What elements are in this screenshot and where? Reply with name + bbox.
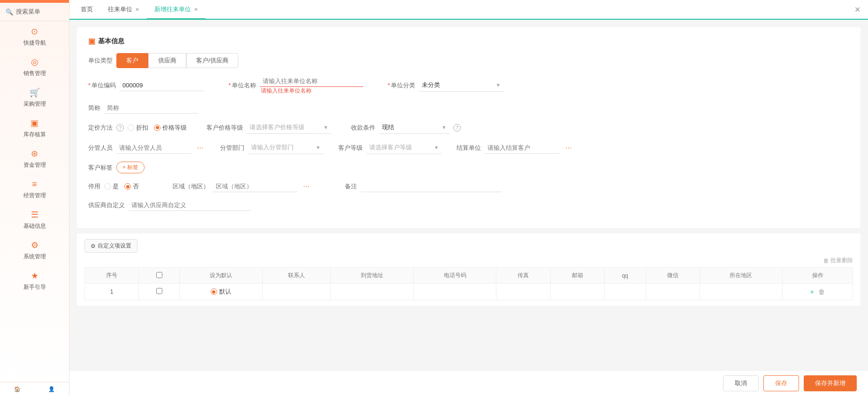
tab-new-counterparty[interactable]: 新增往来单位 ✕	[147, 0, 206, 19]
sidebar-item-sales[interactable]: ◎ 销售管理	[0, 52, 69, 82]
col-address: 到货地址	[331, 268, 414, 284]
basic-icon: ☰	[29, 209, 40, 220]
manager-more-btn[interactable]: ···	[195, 144, 205, 152]
customer-level-dropdown[interactable]: 请选择客户等级 ▼	[366, 141, 442, 154]
pricing-help-icon[interactable]: ?	[116, 124, 124, 132]
manager-input[interactable]	[116, 142, 191, 154]
customer-price-level-dropdown[interactable]: 请选择客户价格等级 ▼	[247, 121, 331, 134]
batch-delete-button[interactable]: 🗑 批量删除	[823, 256, 853, 264]
col-email: 邮箱	[550, 268, 604, 284]
pricing-discount-radio[interactable]	[128, 124, 134, 131]
department-group: 分管部门 请输入分管部门 ▼	[220, 141, 323, 154]
unit-name-input[interactable]	[260, 76, 363, 87]
customer-price-level-label: 客户价格等级	[206, 124, 243, 132]
short-name-group: 简称	[88, 102, 198, 114]
row-fax[interactable]	[496, 284, 550, 300]
supplier-custom-label: 供应商自定义	[88, 201, 125, 210]
sidebar-item-basic[interactable]: ☰ 基础信息	[0, 204, 69, 235]
sidebar-item-purchase[interactable]: 🛒 采购管理	[0, 82, 69, 113]
save-button[interactable]: 保存	[763, 375, 799, 391]
batch-delete-label: 批量删除	[830, 256, 853, 264]
row-email[interactable]	[550, 284, 604, 300]
tab-home[interactable]: 首页	[73, 0, 100, 19]
supplier-custom-input[interactable]	[129, 200, 251, 211]
row-address[interactable]	[331, 284, 414, 300]
manager-label: 分管人员	[88, 144, 113, 152]
row-region[interactable]	[700, 284, 783, 300]
tab-bar-close-btn[interactable]: ✕	[851, 5, 864, 14]
sidebar-item-ops[interactable]: ≡ 经营管理	[0, 174, 69, 204]
settlement-unit-input[interactable]	[485, 142, 560, 154]
department-dropdown[interactable]: 请输入分管部门 ▼	[248, 141, 323, 154]
table-header-row: 序号 设为默认 联系人 到货地址 电话号码 传真 邮箱 qq 微信 所在地区 操…	[85, 268, 853, 284]
payment-terms-dropdown[interactable]: 现结 ▼	[379, 121, 449, 134]
tag-add-button[interactable]: + 标签	[116, 162, 145, 173]
custom-settings-label: 自定义项设置	[98, 242, 131, 250]
sidebar-item-finance[interactable]: ⊛ 资金管理	[0, 143, 69, 174]
unit-type-row: 单位类型 客户 供应商 客户/供应商	[88, 53, 849, 68]
sidebar-label-basic: 基础信息	[23, 222, 46, 230]
tab-counterparty-close[interactable]: ✕	[135, 7, 139, 13]
customer-level-group: 客户等级 请选择客户等级 ▼	[338, 141, 442, 154]
disabled-no-option[interactable]: 否	[124, 182, 139, 191]
row-add-btn[interactable]: +	[809, 288, 815, 295]
customer-level-arrow: ▼	[434, 145, 439, 150]
row-delete-btn[interactable]: 🗑	[817, 288, 826, 295]
cancel-button[interactable]: 取消	[723, 375, 759, 391]
col-fax: 传真	[496, 268, 550, 284]
disabled-yes-option[interactable]: 是	[104, 182, 119, 191]
sidebar-home-btn[interactable]: 🏠	[14, 386, 21, 392]
row-default-radio-circle	[211, 288, 217, 295]
disabled-yes-radio[interactable]	[104, 183, 111, 190]
guide-icon: ★	[29, 270, 40, 281]
ops-icon: ≡	[29, 179, 40, 190]
unit-category-dropdown[interactable]: 未分类 ▼	[419, 79, 503, 92]
row-phone[interactable]	[413, 284, 496, 300]
sidebar-item-inventory[interactable]: ▣ 库存核算	[0, 113, 69, 143]
tab-counterparty[interactable]: 往来单位 ✕	[100, 0, 147, 19]
pricing-discount-option[interactable]: 折扣	[128, 124, 148, 132]
payment-terms-help-icon[interactable]: ?	[453, 124, 461, 132]
sidebar-user-btn[interactable]: 👤	[48, 386, 55, 392]
tab-new-counterparty-close[interactable]: ✕	[194, 7, 198, 13]
pricing-level-option[interactable]: 价格等级	[154, 124, 187, 132]
tags-group: 客户标签 + 标签	[88, 162, 145, 173]
unit-category-label: *单位分类	[388, 81, 415, 90]
region-input[interactable]	[213, 181, 297, 192]
pricing-level-radio[interactable]	[154, 124, 160, 131]
disabled-no-radio[interactable]	[124, 183, 131, 190]
unit-code-input[interactable]	[120, 80, 204, 91]
settlement-unit-more-btn[interactable]: ···	[563, 144, 573, 152]
payment-terms-arrow: ▼	[442, 124, 447, 130]
unit-name-group: *单位名称 请输入往来单位名称	[228, 76, 363, 95]
sidebar-label-quick-nav: 快捷导航	[23, 39, 46, 47]
row-select-checkbox[interactable]	[156, 288, 162, 294]
unit-type-btn-customer[interactable]: 客户	[116, 53, 148, 68]
select-all-checkbox[interactable]	[156, 272, 162, 278]
unit-type-btn-supplier[interactable]: 供应商	[148, 53, 186, 68]
remark-input[interactable]	[361, 181, 502, 192]
row-wechat[interactable]	[646, 284, 700, 300]
custom-settings-button[interactable]: ⚙ 自定义项设置	[84, 239, 137, 253]
section-title-text: 基本信息	[98, 37, 124, 46]
tag-add-label: + 标签	[122, 163, 138, 171]
row-qq[interactable]	[604, 284, 646, 300]
col-region: 所在地区	[700, 268, 783, 284]
sidebar-item-guide[interactable]: ★ 新手引导	[0, 265, 69, 296]
save-new-button[interactable]: 保存并新增	[804, 375, 857, 391]
basic-info-card: ▣ 基本信息 单位类型 客户 供应商 客户/供应商 *单位编码	[77, 27, 860, 228]
custom-settings-row: ⚙ 自定义项设置	[84, 239, 853, 253]
table-row: 1 默认	[85, 284, 853, 300]
row-default-radio[interactable]: 默认	[184, 287, 258, 296]
row-contact[interactable]	[262, 284, 331, 300]
region-more-btn[interactable]: ···	[301, 182, 311, 191]
sidebar-item-quick-nav[interactable]: ⊙ 快捷导航	[0, 21, 69, 52]
sidebar-item-system[interactable]: ⚙ 系统管理	[0, 235, 69, 265]
tab-home-label: 首页	[81, 5, 93, 14]
region-label: 区域（地区）	[173, 182, 209, 191]
sidebar-search[interactable]: 🔍 搜索菜单	[0, 3, 69, 21]
sidebar-label-purchase: 采购管理	[23, 100, 46, 108]
short-name-label: 简称	[88, 104, 100, 112]
short-name-input[interactable]	[104, 102, 198, 114]
unit-type-btn-both[interactable]: 客户/供应商	[186, 53, 238, 68]
